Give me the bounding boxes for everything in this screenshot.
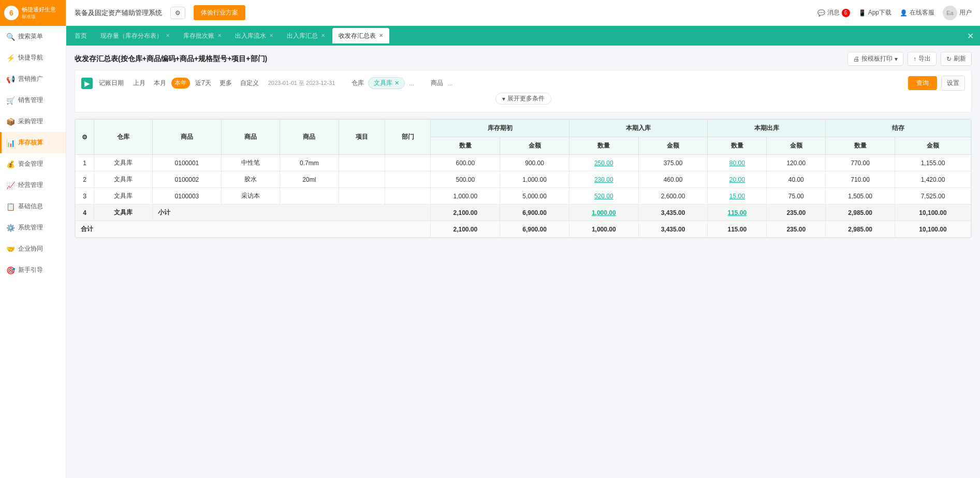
cell-warehouse-1: 文具库 bbox=[94, 171, 153, 188]
date-prev-month[interactable]: 上月 bbox=[130, 78, 149, 89]
filter-row-main: ▶ 记账日期 上月 本月 本年 近7天 更多 自定义 2023-01-01 至 … bbox=[81, 76, 965, 91]
sidebar-item-sales[interactable]: 🛒 销售管理 bbox=[0, 90, 66, 111]
data-table: ⚙ 仓库 商品 商品 商品 项目 部门 库存期初 本期入库 本期出库 结存 bbox=[75, 119, 971, 238]
sidebar-item-quick-nav[interactable]: ⚡ 快捷导航 bbox=[0, 47, 66, 68]
tab-stock-dist[interactable]: 现存量（库存分布表）✕ bbox=[94, 28, 176, 44]
col-opening-group: 库存期初 bbox=[431, 120, 569, 137]
tab-home[interactable]: 首页 bbox=[68, 28, 93, 44]
product-more-btn[interactable]: ... bbox=[447, 80, 452, 87]
tab-in-out-flow[interactable]: 出入库流水✕ bbox=[229, 28, 280, 44]
sidebar-label-collab: 企业协同 bbox=[18, 244, 43, 253]
cell-name-0: 中性笔 bbox=[222, 155, 280, 171]
purchase-icon: 📦 bbox=[6, 118, 15, 126]
col-project: 项目 bbox=[339, 120, 385, 155]
date-7days[interactable]: 近7天 bbox=[192, 78, 214, 89]
col-open-qty: 数量 bbox=[431, 137, 500, 155]
finance-icon: 💰 bbox=[6, 160, 15, 168]
warehouse-more-btn[interactable]: ... bbox=[409, 80, 414, 87]
tab-close-in-out-summary[interactable]: ✕ bbox=[321, 33, 325, 38]
user-item[interactable]: Ea 用户 bbox=[943, 6, 972, 20]
col-close-qty: 数量 bbox=[826, 137, 895, 155]
table-settings-header[interactable]: ⚙ bbox=[76, 120, 94, 155]
cell-in-qty-1[interactable]: 230.00 bbox=[569, 171, 638, 188]
cell-out-qty-1[interactable]: 20.00 bbox=[708, 171, 767, 188]
sidebar-label-marketing: 营销推广 bbox=[18, 75, 43, 83]
sidebar-item-guide[interactable]: 🎯 新手引导 bbox=[0, 259, 66, 281]
export-button[interactable]: ↑ 导出 bbox=[908, 52, 937, 66]
message-item[interactable]: 💬 消息 6 bbox=[817, 8, 850, 17]
print-button[interactable]: 🖨 按模板打印 ▾ bbox=[847, 52, 903, 66]
sidebar-item-basic[interactable]: 📋 基础信息 bbox=[0, 196, 66, 217]
col-warehouse: 仓库 bbox=[94, 120, 153, 155]
date-custom[interactable]: 自定义 bbox=[237, 78, 262, 89]
table-row: 2 文具库 0100002 胶水 20ml 500.00 1,000.00 23… bbox=[76, 171, 971, 188]
filter-setting-button[interactable]: 设置 bbox=[941, 76, 965, 91]
warehouse-tag-close[interactable]: ✕ bbox=[394, 80, 399, 86]
warehouse-tag[interactable]: 文具库 ✕ bbox=[368, 77, 405, 89]
date-curr-month[interactable]: 本月 bbox=[151, 78, 169, 89]
cell-in-amt-0: 375.00 bbox=[638, 155, 708, 171]
query-button[interactable]: 查询 bbox=[908, 76, 937, 90]
message-label: 消息 bbox=[827, 8, 840, 17]
sidebar-label-inventory: 库存核算 bbox=[18, 138, 43, 147]
cell-out-qty-0[interactable]: 80.00 bbox=[708, 155, 767, 171]
page-title: 收发存汇总表(按仓库+商品编码+商品+规格型号+项目+部门) bbox=[75, 54, 267, 64]
col-spec: 商品 bbox=[280, 120, 339, 155]
settings-button[interactable]: ⚙ bbox=[170, 7, 185, 19]
cell-in-qty-0[interactable]: 250.00 bbox=[569, 155, 638, 171]
tab-close-in-out-flow[interactable]: ✕ bbox=[269, 33, 273, 38]
cell-close-amt-0: 1,155.00 bbox=[895, 155, 971, 171]
cell-out-amt-1: 40.00 bbox=[767, 171, 826, 188]
subtotal-open-qty: 2,100.00 bbox=[431, 205, 500, 221]
tab-close-stock-dist[interactable]: ✕ bbox=[166, 33, 170, 38]
app-download-item[interactable]: 📱 App下载 bbox=[858, 8, 891, 17]
cell-warehouse-2: 文具库 bbox=[94, 188, 153, 205]
subtotal-close-amt: 10,100.00 bbox=[895, 205, 971, 221]
sidebar-item-business[interactable]: 📈 经营管理 bbox=[0, 175, 66, 196]
tab-close-recv-send-summary[interactable]: ✕ bbox=[379, 33, 383, 38]
total-row: 合计 2,100.00 6,900.00 1,000.00 3,435.00 1… bbox=[76, 221, 971, 238]
cell-out-amt-2: 75.00 bbox=[767, 188, 826, 205]
filter-panel: ▶ 记账日期 上月 本月 本年 近7天 更多 自定义 2023-01-01 至 … bbox=[75, 70, 972, 112]
sidebar-item-purchase[interactable]: 📦 采购管理 bbox=[0, 111, 66, 132]
product-label: 商品 bbox=[431, 79, 443, 88]
close-all-tabs-button[interactable]: ✕ bbox=[963, 31, 978, 41]
tab-recv-send-summary[interactable]: 收发存汇总表✕ bbox=[332, 28, 389, 44]
quick-nav-icon: ⚡ bbox=[6, 54, 15, 62]
date-more[interactable]: 更多 bbox=[216, 78, 235, 89]
sidebar-item-collab[interactable]: 🤝 企业协同 bbox=[0, 238, 66, 259]
refresh-button[interactable]: ↻ 刷新 bbox=[941, 52, 972, 66]
cell-name-1: 胶水 bbox=[222, 171, 280, 188]
subtotal-close-qty: 2,985.00 bbox=[826, 205, 895, 221]
cell-in-qty-2[interactable]: 520.00 bbox=[569, 188, 638, 205]
sidebar-label-basic: 基础信息 bbox=[18, 202, 43, 211]
col-in-amt: 金额 bbox=[638, 137, 708, 155]
subtotal-out-qty[interactable]: 115.00 bbox=[708, 205, 767, 221]
chevron-down-icon: ▾ bbox=[895, 55, 898, 63]
expand-more-conditions-button[interactable]: ▾ 展开更多条件 bbox=[495, 93, 551, 105]
table-row: 1 文具库 0100001 中性笔 0.7mm 600.00 900.00 25… bbox=[76, 155, 971, 171]
sidebar-item-search[interactable]: 🔍 搜索菜单 bbox=[0, 26, 66, 47]
subtotal-in-qty[interactable]: 1,000.00 bbox=[569, 205, 638, 221]
sidebar-nav: 🔍 搜索菜单 ⚡ 快捷导航 📢 营销推广 🛒 销售管理 📦 采购管理 📊 库存核… bbox=[0, 26, 66, 478]
cell-out-qty-2[interactable]: 15.00 bbox=[708, 188, 767, 205]
filter-toggle-button[interactable]: ▶ bbox=[81, 78, 93, 89]
marketing-icon: 📢 bbox=[6, 75, 15, 83]
tab-label-home: 首页 bbox=[75, 32, 87, 40]
experience-button[interactable]: 体验行业方案 bbox=[194, 5, 245, 20]
sidebar-item-system[interactable]: ⚙️ 系统管理 bbox=[0, 217, 66, 238]
sidebar-item-marketing[interactable]: 📢 营销推广 bbox=[0, 68, 66, 90]
sidebar-item-finance[interactable]: 💰 资金管理 bbox=[0, 153, 66, 175]
tab-close-batch-ledger[interactable]: ✕ bbox=[217, 33, 222, 38]
tab-batch-ledger[interactable]: 库存批次账✕ bbox=[177, 28, 228, 44]
sidebar-label-quick-nav: 快捷导航 bbox=[18, 53, 43, 62]
date-curr-year[interactable]: 本年 bbox=[171, 78, 190, 89]
search-icon: 🔍 bbox=[6, 33, 15, 41]
tab-label-batch-ledger: 库存批次账 bbox=[183, 32, 214, 40]
filter-actions: 查询 设置 bbox=[908, 76, 965, 91]
cell-close-qty-1: 710.00 bbox=[826, 171, 895, 188]
tab-in-out-summary[interactable]: 出入库汇总✕ bbox=[281, 28, 331, 44]
sidebar-item-inventory[interactable]: 📊 库存核算 bbox=[0, 132, 66, 153]
export-icon: ↑ bbox=[913, 55, 916, 63]
service-item[interactable]: 👤 在线客服 bbox=[900, 8, 934, 17]
